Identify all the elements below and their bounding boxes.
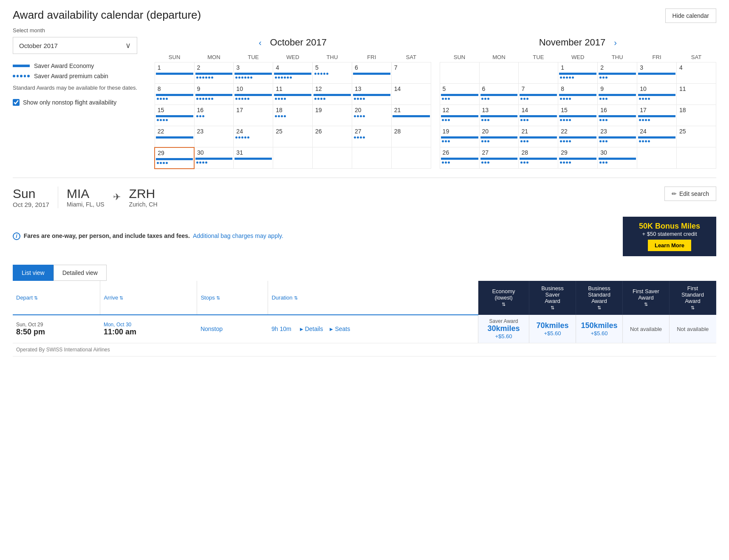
oct-28[interactable]: 28 [391, 126, 431, 147]
oct-5[interactable]: 5 [313, 62, 352, 84]
nov-6[interactable]: 6 [479, 84, 519, 105]
oct-31[interactable]: 31 [234, 147, 273, 169]
duration-header[interactable]: Duration [268, 281, 478, 315]
bag-charges-link[interactable]: Additional bag charges may apply. [193, 232, 283, 239]
nonstop-checkbox-container[interactable]: Show only nonstop flight availability [13, 99, 137, 106]
nov-3[interactable]: 3 [637, 62, 677, 84]
oct-13[interactable]: 13 [352, 84, 391, 105]
seats-link[interactable]: Seats [330, 325, 350, 332]
first-saver-header: First SaverAward ⇅ [623, 281, 670, 315]
nov-9[interactable]: 9 [598, 84, 637, 105]
flight-header: Sun Oct 29, 2017 MIA Miami, FL, US ✈ ZRH… [13, 187, 716, 208]
hide-calendar-button[interactable]: Hide calendar [665, 8, 716, 23]
business-standard-sort-icon[interactable]: ⇅ [597, 305, 601, 310]
oct-17[interactable]: 17 [234, 105, 273, 126]
nov-24[interactable]: 24 [637, 126, 677, 147]
oct-18[interactable]: 18 [273, 105, 313, 126]
details-link[interactable]: Details [300, 325, 323, 332]
oct-9[interactable]: 9 [194, 84, 234, 105]
oct-24[interactable]: 24 [234, 126, 273, 147]
oct-29[interactable]: 29 [155, 147, 194, 169]
oct-4[interactable]: 4 [273, 62, 313, 84]
nov-25[interactable]: 25 [677, 126, 716, 147]
learn-more-button[interactable]: Learn More [648, 240, 691, 251]
nov-1[interactable]: 1 [558, 62, 598, 84]
next-month-button[interactable]: › [614, 38, 617, 48]
nov-8[interactable]: 8 [558, 84, 598, 105]
premium-dots-icon [13, 75, 30, 77]
nov-23[interactable]: 23 [598, 126, 637, 147]
oct-6[interactable]: 6 [352, 62, 391, 84]
nov-4[interactable]: 4 [677, 62, 716, 84]
oct-1[interactable]: 1 [155, 62, 194, 84]
oct-30[interactable]: 30 [194, 147, 234, 169]
nov-21[interactable]: 21 [519, 126, 558, 147]
november-table: SUN MON TUE WED THU FRI SAT [440, 52, 716, 169]
nov-18[interactable]: 18 [677, 105, 716, 126]
economy-sort-icon[interactable]: ⇅ [502, 302, 506, 307]
nov-14[interactable]: 14 [519, 105, 558, 126]
oct-14[interactable]: 14 [391, 84, 431, 105]
nov-26[interactable]: 26 [440, 147, 479, 169]
stops-header[interactable]: Stops [197, 281, 268, 315]
pencil-icon: ✏ [672, 190, 677, 197]
nov-5[interactable]: 5 [440, 84, 479, 105]
business-saver-sort-icon[interactable]: ⇅ [551, 305, 554, 310]
nov-15[interactable]: 15 [558, 105, 598, 126]
nonstop-checkbox[interactable] [13, 99, 20, 106]
month-dropdown-value: October 2017 [19, 42, 58, 49]
oct-20[interactable]: 20 [352, 105, 391, 126]
nov-empty-end-1 [637, 147, 677, 169]
oct-26[interactable]: 26 [313, 126, 352, 147]
oct-25[interactable]: 25 [273, 126, 313, 147]
first-standard-header-text: FirstStandardAward [673, 285, 712, 304]
prev-month-button[interactable]: ‹ [259, 38, 262, 48]
oct-empty-4 [391, 147, 431, 169]
oct-10[interactable]: 10 [234, 84, 273, 105]
oct-21[interactable]: 21 [391, 105, 431, 126]
detailed-view-tab[interactable]: Detailed view [54, 265, 107, 281]
origin-code: MIA [67, 187, 105, 201]
oct-23[interactable]: 23 [194, 126, 234, 147]
first-standard-header: FirstStandardAward ⇅ [670, 281, 716, 315]
nov-10[interactable]: 10 [637, 84, 677, 105]
nov-2[interactable]: 2 [598, 62, 637, 84]
nov-29[interactable]: 29 [558, 147, 598, 169]
depart-header[interactable]: Depart [13, 281, 100, 315]
nov-17[interactable]: 17 [637, 105, 677, 126]
first-standard-sort-icon[interactable]: ⇅ [691, 305, 695, 310]
nov-27[interactable]: 27 [479, 147, 519, 169]
nov-28[interactable]: 28 [519, 147, 558, 169]
oct-empty-1 [273, 147, 313, 169]
calendar-header: Award availability calendar (departure) … [13, 8, 716, 23]
nov-20[interactable]: 20 [479, 126, 519, 147]
nov-col-mon: MON [479, 52, 519, 62]
nov-11[interactable]: 11 [677, 84, 716, 105]
oct-3[interactable]: 3 [234, 62, 273, 84]
nov-13[interactable]: 13 [479, 105, 519, 126]
first-saver-sort-icon[interactable]: ⇅ [644, 302, 648, 307]
nov-7[interactable]: 7 [519, 84, 558, 105]
nov-22[interactable]: 22 [558, 126, 598, 147]
oct-8[interactable]: 8 [155, 84, 194, 105]
economy-award-label: Saver Award [482, 318, 526, 324]
oct-7[interactable]: 7 [391, 62, 431, 84]
nov-12[interactable]: 12 [440, 105, 479, 126]
month-dropdown[interactable]: October 2017 ∨ [13, 37, 137, 54]
oct-19[interactable]: 19 [313, 105, 352, 126]
oct-2[interactable]: 2 [194, 62, 234, 84]
list-view-tab[interactable]: List view [13, 265, 54, 281]
business-standard-header-text: BusinessStandardAward [579, 285, 619, 304]
arrive-header[interactable]: Arrive [100, 281, 197, 315]
first-saver-header-text: First SaverAward [626, 288, 666, 301]
oct-11[interactable]: 11 [273, 84, 313, 105]
nov-16[interactable]: 16 [598, 105, 637, 126]
oct-12[interactable]: 12 [313, 84, 352, 105]
edit-search-button[interactable]: ✏ Edit search [664, 187, 716, 201]
nov-19[interactable]: 19 [440, 126, 479, 147]
nov-30[interactable]: 30 [598, 147, 637, 169]
oct-16[interactable]: 16 [194, 105, 234, 126]
oct-15[interactable]: 15 [155, 105, 194, 126]
oct-22[interactable]: 22 [155, 126, 194, 147]
oct-27[interactable]: 27 [352, 126, 391, 147]
